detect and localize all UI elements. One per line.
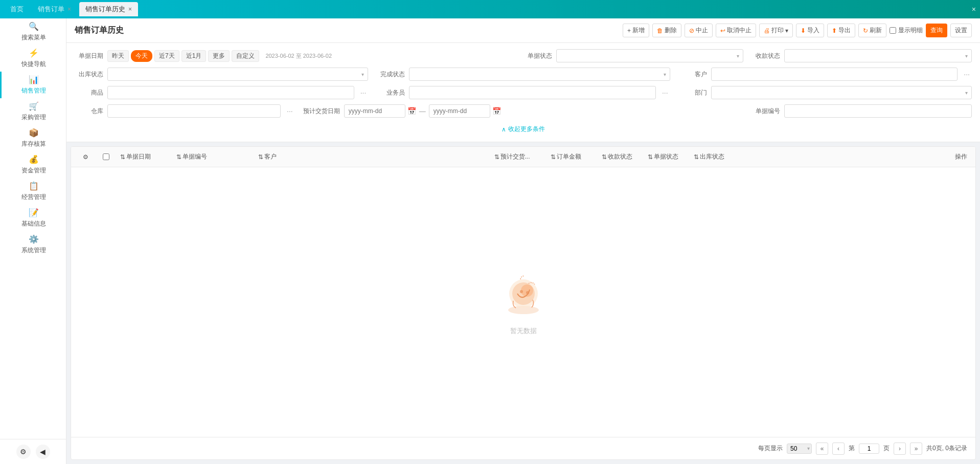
delivery-date-from-input[interactable] — [344, 104, 405, 118]
export-label: 导出 — [838, 26, 851, 35]
import-button[interactable]: ⬇ 导入 — [796, 24, 824, 37]
th-number-label: 单据编号 — [183, 152, 207, 161]
tab-sales-order-close[interactable]: × — [67, 6, 71, 13]
last-page-button[interactable]: » — [910, 443, 922, 455]
th-warehouse-status[interactable]: ⇅ 出库状态 — [690, 152, 736, 161]
page-size-select[interactable]: 50 10 20 100 — [787, 444, 812, 454]
pagination: 每页显示 50 10 20 100 ▾ « ‹ 第 — [71, 437, 975, 459]
calendar-from-icon[interactable]: 📅 — [407, 107, 416, 115]
th-checkbox[interactable] — [96, 153, 116, 160]
product-input[interactable] — [107, 86, 354, 99]
page-header: 销售订单历史 + 新增 🗑 删除 ⊘ 中止 ↩ 取消中止 — [66, 18, 980, 43]
customer-input[interactable] — [711, 68, 958, 81]
prev-page-icon: ‹ — [837, 445, 839, 452]
customer-dots-icon[interactable]: ··· — [962, 70, 972, 78]
sidebar-item-operations[interactable]: 📋 经营管理 — [0, 178, 66, 205]
th-order-status[interactable]: ⇅ 单据状态 — [644, 152, 690, 161]
th-action-label: 操作 — [955, 152, 967, 161]
cancel-stop-button[interactable]: ↩ 取消中止 — [716, 24, 756, 37]
delete-icon: 🗑 — [657, 27, 663, 34]
pill-today[interactable]: 今天 — [131, 50, 152, 62]
import-label: 导入 — [807, 26, 819, 35]
sidebar-item-sales-mgmt[interactable]: 📊 销售管理 — [0, 72, 66, 98]
th-settings[interactable]: ⚙ — [75, 153, 96, 161]
salesman-dots-icon[interactable]: ··· — [660, 89, 670, 97]
sidebar-item-inventory[interactable]: 📦 库存核算 — [0, 125, 66, 151]
first-page-button[interactable]: « — [816, 443, 828, 455]
payment-status-select[interactable] — [784, 49, 972, 62]
stop-button[interactable]: ⊘ 中止 — [685, 24, 713, 37]
order-status-select[interactable] — [556, 49, 744, 62]
refresh-button[interactable]: ↻ 刷新 — [858, 24, 886, 37]
warehouse-input[interactable] — [107, 104, 281, 118]
display-toggle-text: 显示明细 — [898, 26, 923, 35]
toolbar: + 新增 🗑 删除 ⊘ 中止 ↩ 取消中止 🖨 打印 — [623, 24, 972, 37]
warehouse-status-select[interactable] — [107, 68, 368, 81]
filter-row-1: 单据日期 昨天 今天 近7天 近1月 更多 自定义 2023-06-02 至 2… — [75, 49, 972, 62]
sidebar-item-system[interactable]: ⚙️ 系统管理 — [0, 231, 66, 258]
delete-button[interactable]: 🗑 删除 — [652, 24, 681, 37]
tab-sales-order[interactable]: 销售订单 × — [32, 2, 77, 16]
query-button[interactable]: 查询 — [926, 24, 947, 37]
cancel-stop-icon: ↩ — [720, 27, 725, 34]
quick-nav-icon: ⚡ — [29, 48, 39, 58]
product-label: 商品 — [75, 89, 103, 97]
setting-button[interactable]: 设置 — [950, 24, 972, 37]
display-toggle-label[interactable]: 显示明细 — [890, 26, 923, 35]
page-title: 销售订单历史 — [75, 25, 124, 36]
tab-home[interactable]: 首页 — [4, 2, 30, 16]
salesman-input[interactable] — [409, 86, 656, 99]
th-payment-status[interactable]: ⇅ 收款状态 — [598, 152, 644, 161]
th-number[interactable]: ⇅ 单据编号 — [172, 152, 254, 161]
tab-sales-order-history-close[interactable]: × — [128, 6, 132, 13]
first-page-icon: « — [821, 445, 824, 452]
complete-status-select[interactable] — [409, 68, 670, 81]
date-control: 昨天 今天 近7天 近1月 更多 自定义 2023-06-02 至 2023-0… — [107, 50, 515, 62]
pill-7days[interactable]: 近7天 — [154, 50, 179, 62]
th-delivery[interactable]: ⇅ 预计交货... — [490, 152, 546, 161]
sidebar-item-quick-nav[interactable]: ⚡ 快捷导航 — [0, 45, 66, 72]
warehouse-dots-icon[interactable]: ··· — [285, 107, 295, 115]
collapse-row[interactable]: ∧ 收起更多条件 — [75, 123, 972, 136]
sidebar-item-quick-nav-label: 快捷导航 — [21, 60, 46, 69]
th-date[interactable]: ⇅ 单据日期 — [116, 152, 172, 161]
next-page-button[interactable]: › — [894, 443, 906, 455]
order-number-input[interactable] — [784, 104, 972, 118]
payment-status-label: 收款状态 — [751, 52, 780, 60]
th-warehouse-label: 出库状态 — [700, 152, 724, 161]
delivery-date-to-input[interactable] — [429, 104, 490, 118]
pill-custom[interactable]: 自定义 — [232, 50, 259, 62]
prev-page-button[interactable]: ‹ — [832, 443, 845, 455]
main-layout: 🔍 搜索菜单 ⚡ 快捷导航 📊 销售管理 🛒 采购管理 📦 库存核算 💰 资金管… — [0, 18, 980, 464]
department-select-wrapper: ▾ — [711, 86, 972, 99]
product-dots-icon[interactable]: ··· — [358, 89, 369, 97]
tab-sales-order-history[interactable]: 销售订单历史 × — [79, 2, 138, 16]
empty-state: 暂无数据 — [71, 167, 975, 437]
close-all-tabs[interactable]: × — [972, 5, 976, 13]
sidebar-settings-icon[interactable]: ⚙ — [16, 445, 31, 459]
complete-status-label: 完成状态 — [376, 70, 405, 79]
tab-home-label: 首页 — [10, 5, 24, 14]
export-button[interactable]: ⬆ 导出 — [827, 24, 855, 37]
refresh-icon: ↻ — [863, 27, 868, 34]
print-button[interactable]: 🖨 打印 ▾ — [759, 24, 793, 37]
sidebar-item-search-menu[interactable]: 🔍 搜索菜单 — [0, 18, 66, 45]
sidebar-collapse-icon[interactable]: ◀ — [36, 445, 50, 459]
select-all-checkbox[interactable] — [103, 153, 109, 160]
th-amount[interactable]: ⇅ 订单金额 — [546, 152, 598, 161]
page-number-input[interactable] — [859, 444, 879, 454]
sidebar-item-purchase-mgmt[interactable]: 🛒 采购管理 — [0, 98, 66, 125]
th-customer[interactable]: ⇅ 客户 — [254, 152, 490, 161]
salesman-label: 业务员 — [376, 89, 405, 97]
sidebar-item-finance[interactable]: 💰 资金管理 — [0, 151, 66, 178]
display-toggle-checkbox[interactable] — [890, 27, 896, 34]
pill-more[interactable]: 更多 — [208, 50, 230, 62]
calendar-to-icon[interactable]: 📅 — [492, 107, 501, 115]
next-page-icon: › — [899, 445, 901, 452]
th-payment-label: 收款状态 — [608, 152, 632, 161]
new-button[interactable]: + 新增 — [623, 24, 649, 37]
pill-yesterday[interactable]: 昨天 — [107, 50, 129, 62]
pill-1month[interactable]: 近1月 — [181, 50, 207, 62]
sidebar-item-basic-info[interactable]: 📝 基础信息 — [0, 205, 66, 231]
department-select[interactable] — [711, 86, 972, 99]
